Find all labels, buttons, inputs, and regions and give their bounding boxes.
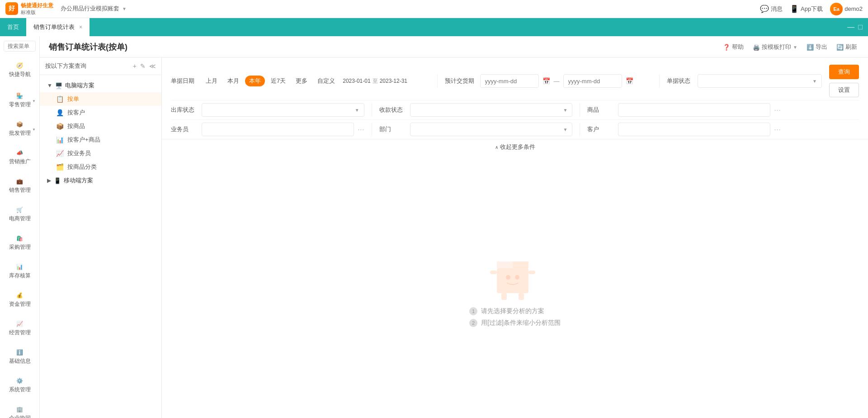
delivery-state-select[interactable]: ▼ (202, 103, 364, 117)
salesperson-label: 业务员 (171, 125, 198, 133)
maximize-icon[interactable]: □ (858, 23, 863, 31)
sidebar-item-wholesale[interactable]: 📦 批发管理 (0, 115, 39, 143)
last-month-btn[interactable]: 上月 (202, 76, 222, 86)
goods-label: 商品 (587, 106, 614, 114)
pc-scheme-group-header[interactable]: ▼ 🖥️ 电脑端方案 (40, 79, 161, 92)
tab-home[interactable]: 首页 (0, 18, 26, 36)
collapse-label: 收起更多条件 (500, 143, 535, 151)
collapse-row[interactable]: ∧ 收起更多条件 (162, 139, 868, 155)
tree-area: ▼ 🖥️ 电脑端方案 📋 按单 👤 按客户 (40, 75, 161, 418)
export-icon: ⬇️ (807, 44, 814, 51)
message-btn[interactable]: 💬 消息 (760, 5, 783, 13)
app-download-btn[interactable]: 📱 App下载 (790, 5, 823, 13)
minimize-icon[interactable]: — (847, 23, 854, 31)
mobile-scheme-collapse-icon: ▶ (47, 177, 51, 184)
state-select[interactable]: ▼ (698, 74, 822, 88)
goods-more-icon[interactable]: ··· (774, 105, 781, 115)
more-date-btn[interactable]: 更多 (292, 76, 311, 86)
tab-close-icon[interactable]: × (79, 24, 82, 30)
mobile-scheme-group-header[interactable]: ▶ 📱 移动端方案 (40, 174, 161, 187)
page-title-row: 销售订单统计表(按单) ❓ 帮助 🖨️ 按模板打印 ▼ ⬇️ 导出 (49, 42, 859, 52)
filter-separator-4 (580, 103, 580, 117)
salesperson-icon: 📈 (56, 150, 64, 157)
user-profile[interactable]: Ea demo2 (830, 3, 863, 15)
salesperson-filter: 业务员 ··· (171, 123, 364, 136)
custom-date-btn[interactable]: 自定义 (313, 76, 339, 86)
svg-rect-3 (513, 261, 528, 268)
scheme-by-salesperson[interactable]: 📈 按业务员 (40, 147, 161, 160)
department-select[interactable]: ▼ (410, 123, 573, 136)
topbar-left: 好 畅捷通好生意 标准版 办公用品行业模拟账套 ▼ (5, 2, 130, 16)
sidebar-item-retail[interactable]: 🏪 零售管理 (0, 86, 39, 115)
sidebar-item-inventory[interactable]: 📊 库存核算 (0, 257, 39, 286)
filter-separator-6 (580, 123, 580, 136)
sidebar-item-marketing[interactable]: 📣 营销推广 (0, 143, 39, 172)
filter-row-1: 单据日期 上月 本月 本年 近7天 更多 自定义 2023-01-01 (171, 62, 859, 100)
expected-date-end-input[interactable] (563, 74, 622, 88)
content-area: 销售订单统计表(按单) ❓ 帮助 🖨️ 按模板打印 ▼ ⬇️ 导出 (40, 36, 868, 418)
scheme-by-order[interactable]: 📋 按单 (40, 92, 161, 106)
salesperson-input[interactable] (202, 123, 354, 136)
date-range-display: 2023-01-01 至 2023-12-31 (343, 77, 407, 85)
collapse-panel-icon[interactable]: ≪ (149, 62, 156, 70)
add-scheme-icon[interactable]: + (133, 62, 137, 70)
this-year-btn[interactable]: 本年 (245, 76, 265, 86)
scheme-by-customer[interactable]: 👤 按客户 (40, 106, 161, 119)
print-icon: 🖨️ (753, 44, 760, 51)
sidebar-item-basic-info[interactable]: ℹ️ 基础信息 (0, 343, 39, 371)
payment-state-select[interactable]: ▼ (410, 103, 573, 117)
logo-text: 畅捷通好生意 标准版 (21, 2, 53, 16)
pc-scheme-expand-icon: ▼ (47, 82, 52, 89)
scheme-by-category[interactable]: 🗂️ 按商品分类 (40, 160, 161, 174)
search-input[interactable] (4, 41, 36, 52)
filter-separator-5 (372, 123, 372, 136)
sidebar-item-ecommerce[interactable]: 🛒 电商管理 (0, 200, 39, 229)
finance-icon: 💰 (16, 292, 23, 299)
logo-area: 好 畅捷通好生意 标准版 (5, 2, 53, 16)
sidebar-item-purchase[interactable]: 🛍️ 采购管理 (0, 229, 39, 257)
date-range-dash: — (554, 78, 560, 85)
refresh-btn[interactable]: 🔄 刷新 (835, 43, 859, 51)
edit-scheme-icon[interactable]: ✎ (140, 62, 146, 70)
sidebar-item-sales[interactable]: 💼 销售管理 (0, 172, 39, 200)
customer-input[interactable] (618, 123, 770, 136)
sidebar-item-system[interactable]: ⚙️ 系统管理 (0, 371, 39, 400)
system-icon: ⚙️ (16, 378, 23, 384)
date-label: 单据日期 (171, 77, 198, 85)
sidebar-item-quick-nav[interactable]: 🧭 快捷导航 (0, 56, 39, 85)
sidebar-item-finance[interactable]: 💰 资金管理 (0, 286, 39, 314)
department-arrow: ▼ (563, 127, 567, 132)
topbar-right: 💬 消息 📱 App下载 Ea demo2 (760, 3, 863, 15)
customer-goods-icon: 📊 (56, 136, 64, 143)
goods-input[interactable] (618, 103, 770, 117)
this-month-btn[interactable]: 本月 (223, 76, 243, 86)
scheme-by-goods[interactable]: 📦 按商品 (40, 119, 161, 133)
sidebar-item-enterprise[interactable]: 🏢 企业协同 (0, 400, 39, 418)
sidebar-item-operations[interactable]: 📈 经营管理 (0, 314, 39, 343)
expected-date-start-input[interactable] (480, 74, 539, 88)
last7-btn[interactable]: 近7天 (267, 76, 290, 86)
salesperson-more-icon[interactable]: ··· (358, 125, 364, 134)
workspace-selector[interactable]: 办公用品行业模拟账套 ▼ (57, 5, 130, 13)
retail-icon: 🏪 (16, 93, 23, 99)
department-filter: 部门 ▼ (379, 123, 573, 136)
print-btn[interactable]: 🖨️ 按模板打印 ▼ (751, 43, 799, 51)
export-btn[interactable]: ⬇️ 导出 (805, 43, 829, 51)
query-btn[interactable]: 查询 (829, 65, 859, 79)
empty-hints: 1 请先选择要分析的方案 2 用[过滤]条件来缩小分析范围 (469, 307, 561, 327)
svg-rect-0 (497, 268, 528, 293)
tab-sales-order-summary[interactable]: 销售订单统计表 × (26, 18, 90, 36)
help-btn[interactable]: ❓ 帮助 (721, 43, 745, 51)
category-icon: 🗂️ (56, 163, 64, 171)
calendar-icon-end[interactable]: 📅 (626, 77, 633, 85)
settings-btn[interactable]: 设置 (829, 83, 859, 97)
page-actions: ❓ 帮助 🖨️ 按模板打印 ▼ ⬇️ 导出 🔄 刷新 (721, 43, 859, 51)
calendar-icon-start[interactable]: 📅 (542, 77, 550, 85)
svg-rect-9 (528, 271, 535, 274)
scheme-by-customer-goods[interactable]: 📊 按客户+商品 (40, 133, 161, 147)
payment-state-arrow: ▼ (563, 108, 567, 113)
hint-num-1: 1 (469, 307, 477, 315)
customer-more-icon[interactable]: ··· (774, 125, 781, 134)
payment-state-filter: 收款状态 ▼ (379, 103, 573, 117)
collapse-arrow-icon: ∧ (495, 145, 498, 150)
